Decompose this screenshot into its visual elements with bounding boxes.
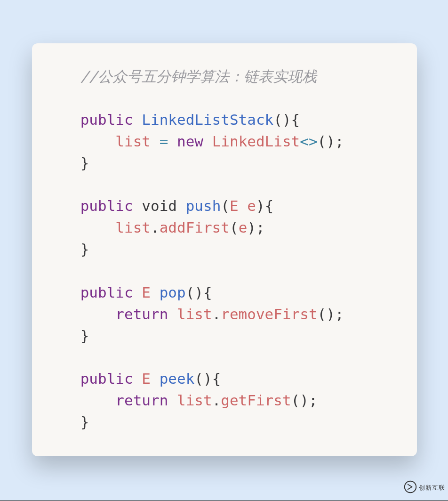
identifier-list: list (115, 219, 151, 236)
watermark: 创新互联 (401, 478, 448, 497)
keyword-return: return (115, 306, 168, 323)
method-peek: peek (160, 370, 195, 387)
svg-point-0 (405, 481, 416, 493)
keyword-public: public (80, 370, 133, 387)
type-void: void (142, 197, 177, 214)
identifier-list: list (115, 133, 151, 150)
method-push: push (186, 197, 221, 214)
type-param-e: E (230, 197, 239, 214)
return-type-e: E (142, 370, 151, 387)
generics-diamond: <> (300, 133, 317, 150)
return-type-e: E (142, 284, 151, 301)
watermark-logo-icon (404, 480, 417, 495)
identifier-list: list (177, 392, 212, 409)
comment-line: //公众号五分钟学算法：链表实现栈 (80, 68, 317, 85)
keyword-public: public (80, 111, 133, 128)
keyword-public: public (80, 197, 133, 214)
method-pop: pop (160, 284, 186, 301)
class-linkedlist: LinkedList (212, 133, 300, 150)
identifier-list: list (177, 306, 212, 323)
constructor-name: LinkedListStack (142, 111, 273, 128)
keyword-new: new (177, 133, 203, 150)
method-getfirst: getFirst (221, 392, 291, 409)
method-removefirst: removeFirst (221, 306, 317, 323)
keyword-return: return (115, 392, 168, 409)
code-block: //公众号五分钟学算法：链表实现栈 public LinkedListStack… (45, 66, 404, 433)
bottom-divider (0, 500, 448, 501)
arg-e: e (239, 219, 248, 236)
watermark-text: 创新互联 (419, 484, 445, 492)
param-e: e (247, 197, 256, 214)
method-addfirst: addFirst (160, 219, 230, 236)
code-card: //公众号五分钟学算法：链表实现栈 public LinkedListStack… (32, 43, 417, 456)
keyword-public: public (80, 284, 133, 301)
